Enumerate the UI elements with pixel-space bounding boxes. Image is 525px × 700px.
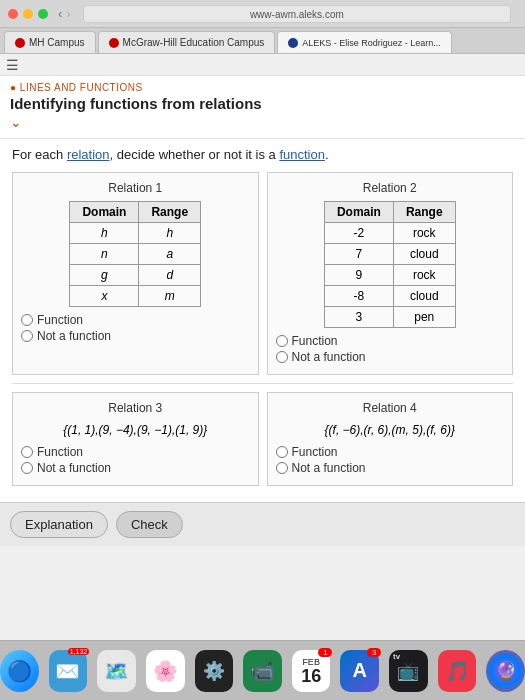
problem-area: For each relation, decide whether or not… <box>0 139 525 502</box>
hamburger-icon[interactable]: ☰ <box>6 57 19 73</box>
relation-2-title: Relation 2 <box>276 181 505 195</box>
tab-bar: MH Campus McGraw-Hill Education Campus A… <box>0 28 525 54</box>
rel1-row3-domain: g <box>70 265 139 286</box>
relation-1-not-function-radio[interactable] <box>21 330 33 342</box>
relation-1-function-option[interactable]: Function <box>21 313 250 327</box>
relation-2-not-function-radio[interactable] <box>276 351 288 363</box>
button-bar: Explanation Check <box>0 502 525 546</box>
relation-3-radio-group: Function Not a function <box>21 445 250 475</box>
table-row: 7 cloud <box>324 244 455 265</box>
facetime-icon[interactable]: 📹 <box>243 650 282 692</box>
siri-icon[interactable]: 🔮 <box>486 650 525 692</box>
tv-icon[interactable]: 📺 tv <box>389 650 428 692</box>
rel2-row2-domain: 7 <box>324 244 393 265</box>
taskbar: 🔵 ✉️ 1,132 🗺️ 🌸 ⚙️ 📹 1 FEB 16 <box>0 640 525 700</box>
breadcrumb: ● LINES AND FUNCTIONS <box>10 82 515 93</box>
relation-3-function-radio[interactable] <box>21 446 33 458</box>
rel2-row4-range: cloud <box>393 286 455 307</box>
rel1-row3-range: d <box>139 265 201 286</box>
chevron-down-icon[interactable]: ⌄ <box>10 114 22 130</box>
table-row: 9 rock <box>324 265 455 286</box>
explanation-button[interactable]: Explanation <box>10 511 108 538</box>
function-link[interactable]: function <box>279 147 325 162</box>
calendar-badge: 1 <box>318 648 332 657</box>
relation-1-not-function-option[interactable]: Not a function <box>21 329 250 343</box>
relation-4-radio-group: Function Not a function <box>276 445 505 475</box>
relation-3-not-function-radio[interactable] <box>21 462 33 474</box>
mail-icon[interactable]: ✉️ 1,132 <box>49 650 88 692</box>
relation-4-function-option[interactable]: Function <box>276 445 505 459</box>
instruction-text: For each relation, decide whether or not… <box>12 147 513 162</box>
browser-bar: ‹ › www-awm.aleks.com <box>0 0 525 28</box>
maps-icon[interactable]: 🗺️ <box>97 650 136 692</box>
relation-2-radio-group: Function Not a function <box>276 334 505 364</box>
relation-4-expression: {(f, −6),(r, 6),(m, 5),(f, 6)} <box>276 423 505 437</box>
rel1-row1-domain: h <box>70 223 139 244</box>
minimize-button[interactable] <box>23 9 33 19</box>
rel2-row1-range: rock <box>393 223 455 244</box>
table-row: 3 pen <box>324 307 455 328</box>
bottom-relations-grid: Relation 3 {(1, 1),(9, −4),(9, −1),(1, 9… <box>12 383 513 486</box>
rel2-row5-range: pen <box>393 307 455 328</box>
check-button[interactable]: Check <box>116 511 183 538</box>
back-icon[interactable]: ‹ <box>58 6 62 21</box>
relation-3-not-function-option[interactable]: Not a function <box>21 461 250 475</box>
table-row: h h <box>70 223 201 244</box>
tab-mcgraw[interactable]: McGraw-Hill Education Campus <box>98 31 276 53</box>
url-bar[interactable]: www-awm.aleks.com <box>83 5 511 23</box>
launchpad-icon[interactable]: ⚙️ <box>195 650 234 692</box>
relation-1-radio-group: Function Not a function <box>21 313 250 343</box>
table-row: -8 cloud <box>324 286 455 307</box>
relation-3-title: Relation 3 <box>21 401 250 415</box>
relation-2-function-option[interactable]: Function <box>276 334 505 348</box>
mail-badge: 1,132 <box>68 648 90 655</box>
relation-1-box: Relation 1 Domain Range h h <box>12 172 259 375</box>
rel1-row1-range: h <box>139 223 201 244</box>
relation-4-box: Relation 4 {(f, −6),(r, 6),(m, 5),(f, 6)… <box>267 392 514 486</box>
relation-4-title: Relation 4 <box>276 401 505 415</box>
calendar-date: FEB 16 <box>301 657 321 685</box>
rel1-row4-domain: x <box>70 286 139 307</box>
page-title: Identifying functions from relations <box>10 95 515 112</box>
rel2-header-range: Range <box>393 202 455 223</box>
rel2-row3-range: rock <box>393 265 455 286</box>
table-row: n a <box>70 244 201 265</box>
nav-icons: ‹ › <box>58 6 71 21</box>
rel1-row2-range: a <box>139 244 201 265</box>
tab-aleks[interactable]: ALEKS - Elise Rodriguez - Learn... <box>277 31 452 53</box>
table-row: x m <box>70 286 201 307</box>
relation-3-expression: {(1, 1),(9, −4),(9, −1),(1, 9)} <box>21 423 250 437</box>
table-row: -2 rock <box>324 223 455 244</box>
tab-mh-campus[interactable]: MH Campus <box>4 31 96 53</box>
rel2-row1-domain: -2 <box>324 223 393 244</box>
music-icon[interactable]: 🎵 <box>438 650 477 692</box>
relation-4-not-function-option[interactable]: Not a function <box>276 461 505 475</box>
close-button[interactable] <box>8 9 18 19</box>
relation-2-table: Domain Range -2 rock 7 cloud <box>324 201 456 328</box>
rel1-row2-domain: n <box>70 244 139 265</box>
relation-4-function-radio[interactable] <box>276 446 288 458</box>
appstore-icon[interactable]: A 3 <box>340 650 379 692</box>
relation-1-title: Relation 1 <box>21 181 250 195</box>
relation-3-function-option[interactable]: Function <box>21 445 250 459</box>
maximize-button[interactable] <box>38 9 48 19</box>
header-section: ● LINES AND FUNCTIONS Identifying functi… <box>0 76 525 139</box>
relation-link[interactable]: relation <box>67 147 110 162</box>
rel1-header-range: Range <box>139 202 201 223</box>
relation-1-table: Domain Range h h n a <box>69 201 201 307</box>
top-relations-grid: Relation 1 Domain Range h h <box>12 172 513 375</box>
relation-3-box: Relation 3 {(1, 1),(9, −4),(9, −1),(1, 9… <box>12 392 259 486</box>
rel2-row4-domain: -8 <box>324 286 393 307</box>
forward-icon[interactable]: › <box>66 6 70 21</box>
relation-2-box: Relation 2 Domain Range -2 rock <box>267 172 514 375</box>
rel1-row4-range: m <box>139 286 201 307</box>
finder-icon[interactable]: 🔵 <box>0 650 39 692</box>
nav-bar: ☰ <box>0 54 525 76</box>
relation-2-function-radio[interactable] <box>276 335 288 347</box>
relation-2-not-function-option[interactable]: Not a function <box>276 350 505 364</box>
relation-4-not-function-radio[interactable] <box>276 462 288 474</box>
relation-1-function-radio[interactable] <box>21 314 33 326</box>
photos-icon[interactable]: 🌸 <box>146 650 185 692</box>
rel1-header-domain: Domain <box>70 202 139 223</box>
calendar-icon[interactable]: 1 FEB 16 <box>292 650 331 692</box>
